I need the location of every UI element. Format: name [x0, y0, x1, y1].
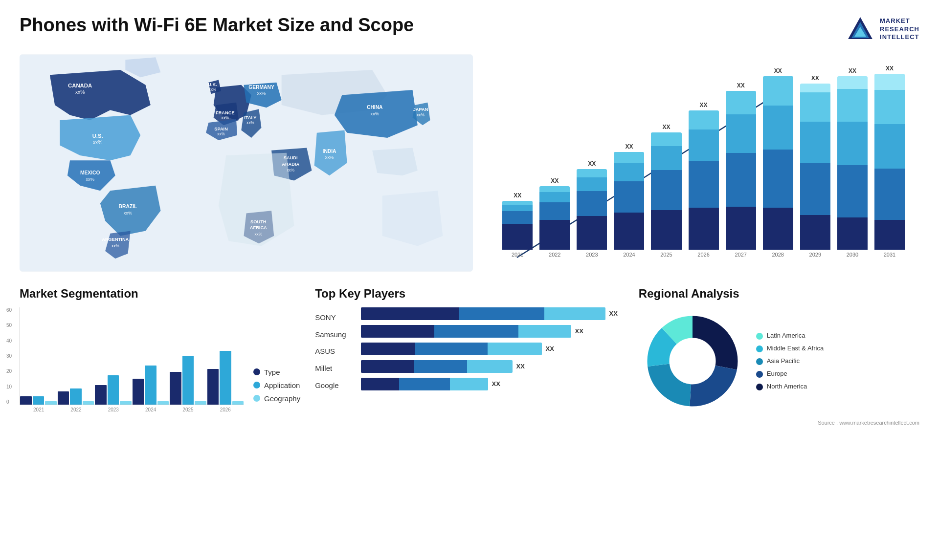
player-bar-samsung: XX: [361, 325, 624, 338]
players-section: Top Key Players SONY Samsung ASUS Millet…: [315, 287, 624, 426]
svg-text:AFRICA: AFRICA: [250, 225, 267, 230]
player-bars-area: XX XX: [361, 307, 624, 390]
source-text: Source : www.marketresearchintellect.com: [639, 420, 919, 426]
svg-point-43: [671, 339, 715, 383]
svg-text:xx%: xx%: [93, 140, 102, 145]
top-section: CANADA xx% U.S. xx% MEXICO xx% BRAZIL xx…: [20, 54, 919, 272]
svg-text:xx%: xx%: [124, 211, 133, 215]
bar-2030: XX 2030: [837, 67, 868, 258]
dot-europe: [756, 371, 763, 378]
svg-text:xx%: xx%: [371, 111, 380, 116]
legend-dot-geography: [253, 395, 260, 402]
svg-text:U.K.: U.K.: [208, 82, 217, 87]
legend-dot-application: [253, 382, 260, 388]
bar-2031: XX 2031: [874, 65, 905, 258]
bar-2022: XX 2022: [539, 177, 570, 258]
dot-north-america: [756, 384, 763, 390]
donut-svg: [639, 307, 746, 415]
bottom-section: Market Segmentation 6050403020100: [20, 287, 919, 426]
svg-text:ARGENTINA: ARGENTINA: [102, 237, 129, 242]
bar-2028: XX 2028: [763, 67, 793, 258]
legend-north-america: North America: [756, 383, 824, 390]
seg-legend: Type Application Geography: [253, 368, 300, 412]
svg-text:SOUTH: SOUTH: [250, 219, 267, 224]
svg-text:xx%: xx%: [287, 168, 294, 172]
segmentation-title: Market Segmentation: [20, 287, 300, 301]
legend-dot-type: [253, 368, 260, 375]
legend-asia-pacific: Asia Pacific: [756, 357, 824, 365]
svg-text:xx%: xx%: [217, 132, 225, 136]
svg-text:xx%: xx%: [246, 121, 254, 125]
bar-2024: XX 2024: [614, 143, 644, 258]
legend-application: Application: [253, 381, 300, 389]
player-bar-asus: XX: [361, 343, 624, 355]
svg-text:xx%: xx%: [222, 116, 229, 120]
player-bar-google: XX: [361, 378, 624, 390]
player-names: SONY Samsung ASUS Millet Google: [315, 307, 346, 390]
svg-text:ITALY: ITALY: [244, 115, 257, 120]
legend-latin-america: Latin America: [756, 332, 824, 340]
dot-middle-east-africa: [756, 345, 763, 352]
seg-bar-group-2023: [95, 375, 132, 405]
svg-text:MEXICO: MEXICO: [80, 170, 100, 175]
seg-bar-group-2021: [20, 396, 57, 405]
seg-bar-group-2024: [133, 366, 169, 405]
svg-text:CHINA: CHINA: [367, 105, 383, 110]
svg-text:SPAIN: SPAIN: [214, 127, 228, 131]
logo-area: MARKET RESEARCH INTELLECT: [846, 15, 919, 44]
legend-middle-east-africa: Middle East & Africa: [756, 345, 824, 352]
svg-text:INDIA: INDIA: [323, 149, 337, 154]
world-map-svg: CANADA xx% U.S. xx% MEXICO xx% BRAZIL xx…: [20, 54, 473, 272]
dot-asia-pacific: [756, 358, 763, 365]
svg-text:xx%: xx%: [112, 244, 119, 248]
regional-legend: Latin America Middle East & Africa Asia …: [756, 332, 824, 390]
players-list: SONY Samsung ASUS Millet Google XX: [315, 307, 624, 390]
logo-icon: [846, 15, 875, 44]
svg-text:GERMANY: GERMANY: [248, 85, 274, 90]
legend-europe: Europe: [756, 370, 824, 378]
logo-text: MARKET RESEARCH INTELLECT: [880, 17, 919, 42]
svg-text:xx%: xx%: [417, 113, 425, 117]
legend-type: Type: [253, 368, 300, 376]
svg-text:xx%: xx%: [209, 87, 217, 92]
regional-section: Regional Analysis: [639, 287, 919, 426]
player-bar-sony: XX: [361, 307, 624, 320]
seg-bar-group-2026: [207, 351, 244, 405]
svg-text:xx%: xx%: [325, 155, 334, 160]
regional-inner: Latin America Middle East & Africa Asia …: [639, 307, 919, 415]
segmentation-section: Market Segmentation 6050403020100: [20, 287, 300, 426]
bar-2027: XX 2027: [726, 82, 756, 258]
seg-inner: 6050403020100: [20, 307, 300, 412]
dot-latin-america: [756, 333, 763, 340]
bar-2021: XX 2021: [502, 192, 533, 258]
map-container: CANADA xx% U.S. xx% MEXICO xx% BRAZIL xx…: [20, 54, 473, 272]
donut-chart: [639, 307, 746, 415]
players-title: Top Key Players: [315, 287, 624, 301]
svg-text:SAUDI: SAUDI: [284, 155, 298, 160]
svg-text:U.S.: U.S.: [92, 133, 103, 139]
svg-text:xx%: xx%: [255, 232, 263, 237]
bar-2029: XX 2029: [800, 75, 830, 258]
svg-text:CANADA: CANADA: [68, 83, 92, 88]
bar-2025: XX 2025: [651, 124, 681, 258]
header: Phones with Wi-Fi 6E Market Size and Sco…: [20, 15, 919, 44]
svg-text:FRANCE: FRANCE: [216, 110, 235, 115]
regional-title: Regional Analysis: [639, 287, 919, 301]
seg-bar-group-2022: [58, 388, 94, 405]
svg-text:xx%: xx%: [86, 177, 94, 182]
svg-text:ARABIA: ARABIA: [282, 162, 299, 167]
bar-chart-container: XX 2021 XX: [488, 54, 919, 272]
page-title: Phones with Wi-Fi 6E Market Size and Sco…: [20, 15, 414, 36]
bar-2023: XX 2023: [577, 160, 607, 258]
svg-text:xx%: xx%: [257, 91, 266, 96]
seg-bar-group-2025: [170, 356, 206, 405]
svg-text:BRAZIL: BRAZIL: [119, 204, 137, 209]
legend-geography: Geography: [253, 394, 300, 403]
svg-text:xx%: xx%: [75, 89, 85, 95]
player-bar-millet: XX: [361, 360, 624, 373]
bar-2026: XX 2026: [689, 102, 719, 258]
svg-text:JAPAN: JAPAN: [413, 107, 428, 112]
